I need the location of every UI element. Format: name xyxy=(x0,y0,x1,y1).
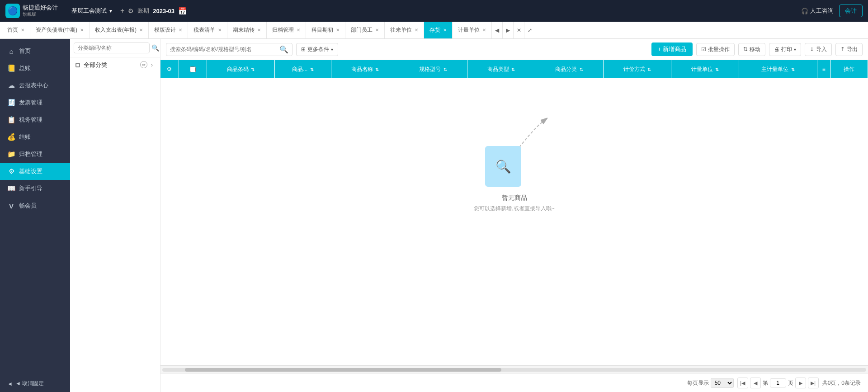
settings-icon: ⚙ xyxy=(7,167,15,175)
tab-income-close[interactable]: ✕ xyxy=(139,28,143,33)
th-name[interactable]: 商品名称 ⇅ xyxy=(331,60,399,78)
sort-icon[interactable]: ⇅ xyxy=(715,67,719,72)
sort-icon[interactable]: ⇅ xyxy=(647,67,651,72)
product-search-icon[interactable]: 🔍 xyxy=(279,45,288,54)
tab-inventory-label: 存货 xyxy=(429,26,440,34)
th-barcode[interactable]: 商品条码 ⇅ xyxy=(207,60,274,78)
th-type[interactable]: 商品类型 ⇅ xyxy=(467,60,535,78)
tab-expand-btn[interactable]: ⤢ xyxy=(524,22,535,39)
tab-inventory-close[interactable]: ✕ xyxy=(443,28,447,33)
account-button[interactable]: 会计 xyxy=(839,5,863,17)
tab-unit-close[interactable]: ✕ xyxy=(482,28,486,33)
tab-archive-close[interactable]: ✕ xyxy=(297,28,300,33)
category-search-input[interactable] xyxy=(74,43,150,53)
th-checkbox[interactable] xyxy=(179,60,207,78)
sidebar-item-archive-label: 归档管理 xyxy=(19,150,42,158)
tab-dept-close[interactable]: ✕ xyxy=(375,28,379,33)
sidebar-item-member[interactable]: V 畅会员 xyxy=(0,197,70,214)
page-number-input[interactable] xyxy=(770,378,786,387)
next-page-btn[interactable]: ▶ xyxy=(795,378,806,388)
th-gear[interactable]: ⚙ xyxy=(160,60,179,78)
tab-contacts-close[interactable]: ✕ xyxy=(415,28,418,33)
tab-income-expense[interactable]: 收入支出表(年报) ✕ xyxy=(90,22,149,39)
product-search-input[interactable] xyxy=(170,46,278,52)
th-main-unit[interactable]: 主计量单位 ⇅ xyxy=(739,60,817,78)
th-category[interactable]: 商品分类 ⇅ xyxy=(535,60,603,78)
print-label: 打印 xyxy=(781,46,792,53)
sort-icon[interactable]: ⇅ xyxy=(310,67,314,72)
th-price-method[interactable]: 计价方式 ⇅ xyxy=(603,60,671,78)
prev-page-btn[interactable]: ◀ xyxy=(750,378,761,388)
app-name: 畅捷通好会计 xyxy=(23,4,58,11)
add-icon[interactable]: + xyxy=(120,7,124,15)
sort-icon[interactable]: ⇅ xyxy=(791,67,795,72)
sort-icon[interactable]: ⇅ xyxy=(443,67,447,72)
tab-home[interactable]: 首页 ✕ xyxy=(2,22,30,39)
tab-period-close[interactable]: ✕ xyxy=(257,28,261,33)
tab-next-btn[interactable]: ▶ xyxy=(503,22,514,39)
tab-tax-close[interactable]: ✕ xyxy=(218,28,222,33)
tab-inventory[interactable]: 存货 ✕ xyxy=(424,22,453,39)
tab-balance-close[interactable]: ✕ xyxy=(80,28,84,33)
scrollbar-thumb[interactable] xyxy=(185,368,501,372)
tab-prev-btn[interactable]: ◀ xyxy=(492,22,503,39)
batch-btn[interactable]: ☑ 批量操作 xyxy=(696,43,735,56)
sidebar-item-checkout[interactable]: 💰 结账 xyxy=(0,128,70,146)
sort-icon[interactable]: ⇅ xyxy=(251,67,255,72)
tab-home-close[interactable]: ✕ xyxy=(21,28,24,33)
tab-archive[interactable]: 归档管理 ✕ xyxy=(267,22,306,39)
sidebar-unpin-btn[interactable]: ◄ ◄ 取消固定 xyxy=(0,375,70,392)
sidebar-item-guide[interactable]: 📖 新手引导 xyxy=(0,180,70,197)
export-btn[interactable]: ⤒ 导出 xyxy=(835,43,863,56)
tab-dept-staff[interactable]: 部门员工 ✕ xyxy=(345,22,385,39)
th-unit[interactable]: 计量单位 ⇅ xyxy=(671,60,739,78)
horizontal-scrollbar[interactable] xyxy=(160,365,868,373)
move-btn[interactable]: ⇅ 移动 xyxy=(738,43,765,56)
th-extra[interactable]: ≡ xyxy=(817,60,830,78)
add-product-btn[interactable]: + 新增商品 xyxy=(651,43,693,56)
settings-icon[interactable]: ⚙ xyxy=(128,7,134,14)
tab-balance-sheet[interactable]: 资产负债表(中期) ✕ xyxy=(30,22,90,39)
tab-contacts[interactable]: 往来单位 ✕ xyxy=(385,22,424,39)
category-search-icon[interactable]: 🔍 xyxy=(151,44,159,52)
sidebar-item-tax[interactable]: 📋 税务管理 xyxy=(0,111,70,128)
tab-subject-init[interactable]: 科目期初 ✕ xyxy=(306,22,345,39)
app-logo-icon: 🔵 xyxy=(5,4,20,18)
export-label: 导出 xyxy=(847,46,858,53)
calendar-icon[interactable]: 📅 xyxy=(178,7,187,15)
import-btn[interactable]: ⤓ 导入 xyxy=(805,43,832,56)
page-size-dropdown[interactable]: 50 100 200 xyxy=(711,378,734,388)
sort-icon[interactable]: ⇅ xyxy=(580,67,583,72)
category-arrow-icon[interactable]: › xyxy=(149,61,155,69)
category-all[interactable]: 全部分类 ✏ › xyxy=(70,57,160,73)
chevron-down-icon: ▼ xyxy=(108,9,113,14)
sidebar-item-cloud-report[interactable]: ☁ 云报表中心 xyxy=(0,77,70,94)
tab-close-btn[interactable]: ✕ xyxy=(514,22,524,39)
th-spec[interactable]: 规格型号 ⇅ xyxy=(399,60,467,78)
tab-subject-close[interactable]: ✕ xyxy=(336,28,340,33)
tab-tax-list[interactable]: 税表清单 ✕ xyxy=(188,22,227,39)
filter-btn[interactable]: ⊞ 更多条件 ▾ xyxy=(296,43,338,56)
sort-icon[interactable]: ⇅ xyxy=(511,67,515,72)
last-page-btn[interactable]: ▶| xyxy=(808,378,819,388)
account-label: 会计 xyxy=(845,7,857,14)
sort-icon[interactable]: ⇅ xyxy=(375,67,379,72)
tab-income-expense-label: 收入支出表(年报) xyxy=(95,26,137,34)
first-page-btn[interactable]: |◀ xyxy=(737,378,748,388)
category-edit-icon[interactable]: ✏ xyxy=(140,61,147,68)
sidebar-item-ledger[interactable]: 📒 总账 xyxy=(0,60,70,77)
sidebar-item-home[interactable]: ⌂ 首页 xyxy=(0,43,70,60)
th-code[interactable]: 商品... ⇅ xyxy=(275,60,331,78)
print-btn[interactable]: 🖨 打印 ▾ xyxy=(769,43,801,56)
tab-period-carry[interactable]: 期末结转 ✕ xyxy=(227,22,267,39)
tab-template-design[interactable]: 模版设计 ✕ xyxy=(149,22,188,39)
select-all-checkbox[interactable] xyxy=(190,66,196,72)
period-value[interactable]: 2023-03 xyxy=(153,8,175,14)
sidebar-item-archive[interactable]: 📁 归档管理 xyxy=(0,146,70,163)
company-selector[interactable]: 基层工会测试 ▼ xyxy=(68,5,117,17)
tab-unit[interactable]: 计量单位 ✕ xyxy=(453,22,492,39)
tab-template-close[interactable]: ✕ xyxy=(179,28,182,33)
sidebar-item-invoice[interactable]: 🧾 发票管理 xyxy=(0,94,70,111)
sidebar-item-settings[interactable]: ⚙ 基础设置 xyxy=(0,163,70,180)
help-button[interactable]: 🎧 人工咨询 xyxy=(801,7,834,15)
